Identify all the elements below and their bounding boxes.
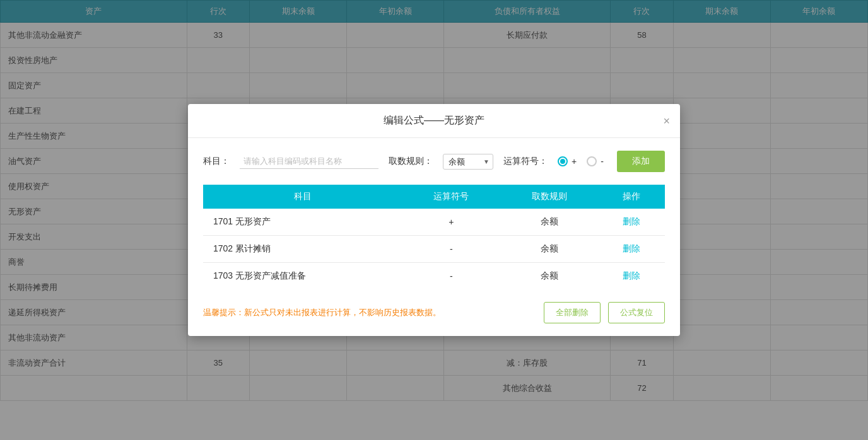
operator-plus-option[interactable]: +	[558, 156, 577, 166]
th-rule: 取数规则	[500, 185, 598, 209]
modal-form-row: 科目： 取数规则： 余额 借方 贷方 ▼ 运算符号： + -	[188, 138, 680, 185]
modal-close-button[interactable]: ×	[663, 115, 670, 127]
radio-minus-circle	[587, 156, 597, 166]
formula-action-cell: 删除	[598, 209, 665, 236]
formula-rule: 余额	[500, 263, 598, 290]
modal-title: 编辑公式——无形资产	[384, 115, 484, 125]
rule-select-container: 余额 借方 贷方 ▼	[443, 154, 493, 170]
modal-header: 编辑公式——无形资产 ×	[188, 104, 680, 138]
subject-label: 科目：	[203, 156, 230, 167]
formula-action-cell: 删除	[598, 236, 665, 263]
formula-table-wrapper: 科目 运算符号 取数规则 操作 1701 无形资产 + 余额 删除	[203, 185, 665, 289]
formula-operator: -	[402, 236, 500, 263]
formula-rule: 余额	[500, 209, 598, 236]
rule-select[interactable]: 余额 借方 贷方	[443, 154, 493, 170]
delete-button-row1[interactable]: 删除	[623, 243, 640, 255]
rule-label: 取数规则：	[389, 156, 433, 167]
formula-row: 1701 无形资产 + 余额 删除	[203, 209, 665, 236]
operator-label: 运算符号：	[503, 156, 548, 167]
footer-tip: 温馨提示：新公式只对未出报表进行计算，不影响历史报表数据。	[203, 307, 441, 318]
add-button[interactable]: 添加	[617, 151, 665, 172]
th-action: 操作	[598, 185, 665, 209]
operator-minus-label: -	[601, 156, 604, 166]
formula-row: 1702 累计摊销 - 余额 删除	[203, 236, 665, 263]
delete-button-row2[interactable]: 删除	[623, 270, 640, 282]
delete-button-row0[interactable]: 删除	[623, 216, 640, 228]
operator-plus-label: +	[572, 156, 577, 166]
footer-tip-text: 温馨提示：新公式只对未出报表进行计算，不影响历史报表数据。	[203, 308, 441, 317]
subject-input[interactable]	[240, 154, 378, 169]
formula-subject: 1703 无形资产减值准备	[203, 263, 402, 290]
formula-rule: 余额	[500, 236, 598, 263]
formula-action-cell: 删除	[598, 263, 665, 290]
formula-subject: 1701 无形资产	[203, 209, 402, 236]
formula-subject: 1702 累计摊销	[203, 236, 402, 263]
table-header-row: 科目 运算符号 取数规则 操作	[203, 185, 665, 209]
formula-operator: +	[402, 209, 500, 236]
modal-footer: 温馨提示：新公式只对未出报表进行计算，不影响历史报表数据。 全部删除 公式复位	[188, 289, 680, 323]
modal-overlay: 编辑公式——无形资产 × 科目： 取数规则： 余额 借方 贷方 ▼ 运算符号： …	[0, 0, 868, 440]
th-operator: 运算符号	[402, 185, 500, 209]
radio-plus-circle	[558, 156, 568, 166]
formula-table: 科目 运算符号 取数规则 操作 1701 无形资产 + 余额 删除	[203, 185, 665, 289]
delete-all-button[interactable]: 全部删除	[544, 302, 601, 323]
operator-radio-group: + -	[558, 156, 604, 166]
reset-button[interactable]: 公式复位	[608, 302, 665, 323]
th-subject: 科目	[203, 185, 402, 209]
formula-row: 1703 无形资产减值准备 - 余额 删除	[203, 263, 665, 290]
operator-minus-option[interactable]: -	[587, 156, 604, 166]
modal-dialog: 编辑公式——无形资产 × 科目： 取数规则： 余额 借方 贷方 ▼ 运算符号： …	[188, 104, 680, 336]
footer-buttons: 全部删除 公式复位	[544, 302, 665, 323]
formula-operator: -	[402, 263, 500, 290]
